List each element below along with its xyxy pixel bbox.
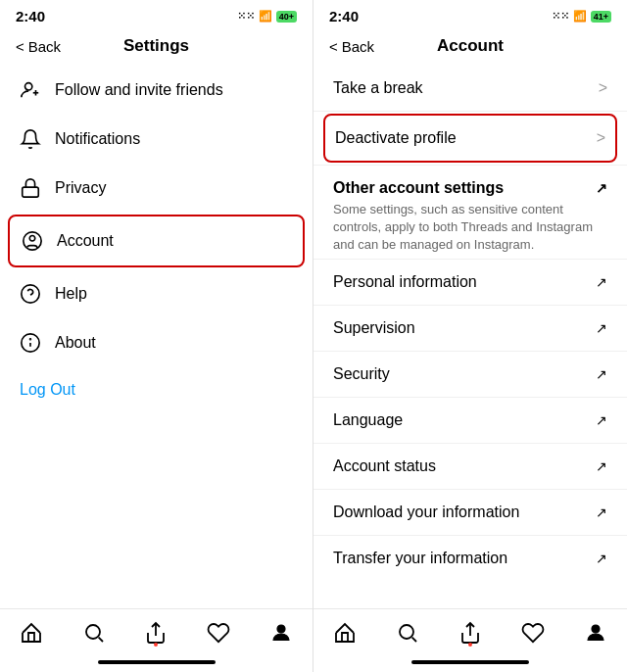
menu-item-deactivate[interactable]: Deactivate profile > (323, 114, 617, 163)
page-title-left: Settings (123, 36, 189, 56)
back-button-left[interactable]: < Back (16, 38, 61, 55)
menu-item-account-status[interactable]: Account status ↗ (314, 444, 627, 489)
svg-point-15 (277, 625, 285, 633)
status-icons-left: ⁙⁙ 📶 40+ (237, 10, 297, 23)
person-icon-right (584, 621, 607, 645)
bottom-nav-person-right[interactable] (584, 621, 607, 645)
status-time-right: 2:40 (329, 8, 359, 24)
menu-label-notifications: Notifications (55, 130, 140, 148)
status-bar-right: 2:40 ⁙⁙ 📶 41+ (314, 0, 627, 28)
home-indicator-left (0, 652, 313, 672)
other-account-label: Other account settings (333, 179, 504, 197)
personal-info-ext-icon: ↗ (596, 274, 607, 290)
search-icon-right (396, 621, 419, 645)
personal-info-label: Personal information (333, 273, 477, 291)
menu-item-privacy[interactable]: Privacy (0, 164, 313, 213)
bottom-nav-search-right[interactable] (396, 621, 419, 645)
signal-icon: ⁙⁙ (237, 10, 255, 23)
bottom-nav-home-right[interactable] (333, 621, 357, 645)
account-status-ext-icon: ↗ (596, 458, 607, 474)
share-icon-right (458, 621, 482, 645)
signal-icon-right: ⁙⁙ (552, 10, 569, 23)
take-break-chevron: > (599, 79, 607, 97)
deactivate-label: Deactivate profile (335, 129, 457, 147)
menu-item-transfer-info[interactable]: Transfer your information ↗ (314, 536, 627, 581)
wifi-icon-right: 📶 (573, 10, 587, 23)
menu-item-personal-info[interactable]: Personal information ↗ (314, 260, 627, 305)
bottom-nav-search-left[interactable] (82, 621, 106, 645)
menu-item-language[interactable]: Language ↗ (314, 398, 627, 443)
transfer-info-ext-icon: ↗ (596, 551, 607, 566)
back-label-right: Back (342, 38, 374, 55)
svg-line-17 (412, 638, 416, 642)
status-time-left: 2:40 (16, 8, 45, 24)
deactivate-chevron: > (597, 129, 605, 147)
svg-point-0 (25, 83, 32, 90)
divider-1 (314, 111, 627, 112)
search-icon-left (82, 621, 106, 645)
settings-menu: Follow and invite friends Notifications … (0, 66, 313, 608)
menu-item-logout[interactable]: Log Out (0, 367, 313, 412)
status-bar-left: 2:40 ⁙⁙ 📶 40+ (0, 0, 313, 28)
bell-icon (20, 128, 41, 150)
back-chevron-right: < (329, 38, 338, 55)
menu-item-help[interactable]: Help (0, 269, 313, 318)
home-bar-right (411, 660, 529, 664)
menu-label-follow: Follow and invite friends (55, 81, 223, 99)
share-icon-left (144, 621, 168, 645)
download-info-label: Download your information (333, 504, 519, 521)
svg-point-5 (29, 236, 35, 242)
bottom-nav-home-left[interactable] (20, 621, 43, 645)
language-ext-icon: ↗ (596, 412, 607, 428)
bottom-nav-share-left[interactable] (144, 621, 168, 645)
svg-point-19 (592, 625, 600, 633)
svg-line-13 (98, 638, 102, 642)
bottom-nav-person-left[interactable] (269, 621, 293, 645)
battery-right: 41+ (591, 11, 611, 23)
battery-left: 40+ (276, 11, 297, 23)
menu-item-notifications[interactable]: Notifications (0, 115, 313, 164)
menu-item-download-info[interactable]: Download your information ↗ (314, 490, 627, 535)
menu-label-about: About (55, 334, 96, 352)
menu-item-security[interactable]: Security ↗ (314, 352, 627, 397)
menu-label-privacy: Privacy (55, 179, 106, 197)
share-dot-right (468, 643, 472, 647)
bottom-nav-right (314, 608, 627, 652)
wifi-icon: 📶 (259, 10, 272, 23)
other-account-description: Some settings, such as sensitive content… (333, 201, 607, 255)
bottom-nav-share-right[interactable] (458, 621, 482, 645)
home-icon-right (333, 621, 357, 645)
supervision-ext-icon: ↗ (596, 320, 607, 336)
menu-item-follow[interactable]: Follow and invite friends (0, 66, 313, 115)
other-account-ext-icon: ↗ (596, 180, 607, 196)
status-icons-right: ⁙⁙ 📶 41+ (552, 10, 611, 23)
menu-item-account[interactable]: Account (8, 215, 305, 267)
svg-point-11 (30, 339, 31, 340)
back-button-right[interactable]: < Back (329, 38, 374, 55)
bottom-nav-heart-left[interactable] (207, 621, 230, 645)
account-status-label: Account status (333, 457, 436, 475)
menu-item-take-break[interactable]: Take a break > (314, 66, 627, 111)
other-account-settings[interactable]: Other account settings ↗ Some settings, … (314, 166, 627, 259)
person-circle-icon (22, 230, 43, 252)
logout-label: Log Out (20, 381, 75, 399)
back-label-left: Back (28, 38, 61, 55)
svg-rect-3 (23, 187, 39, 197)
nav-header-right: < Back Account (314, 28, 627, 66)
menu-item-about[interactable]: About (0, 318, 313, 367)
account-menu: Take a break > Deactivate profile > Othe… (314, 66, 627, 608)
bottom-nav-heart-right[interactable] (521, 621, 545, 645)
right-panel: 2:40 ⁙⁙ 📶 41+ < Back Account Take a brea… (314, 0, 627, 672)
nav-header-left: < Back Settings (0, 28, 313, 66)
menu-item-supervision[interactable]: Supervision ↗ (314, 306, 627, 351)
home-bar-left (98, 660, 216, 664)
left-panel: 2:40 ⁙⁙ 📶 40+ < Back Settings Fo (0, 0, 314, 672)
take-break-label: Take a break (333, 79, 423, 97)
bottom-nav-left (0, 608, 313, 652)
svg-point-6 (22, 285, 39, 303)
svg-point-16 (400, 625, 413, 639)
home-indicator-right (314, 652, 627, 672)
home-icon-left (20, 621, 43, 645)
heart-icon-right (521, 621, 545, 645)
info-circle-icon (20, 332, 41, 354)
